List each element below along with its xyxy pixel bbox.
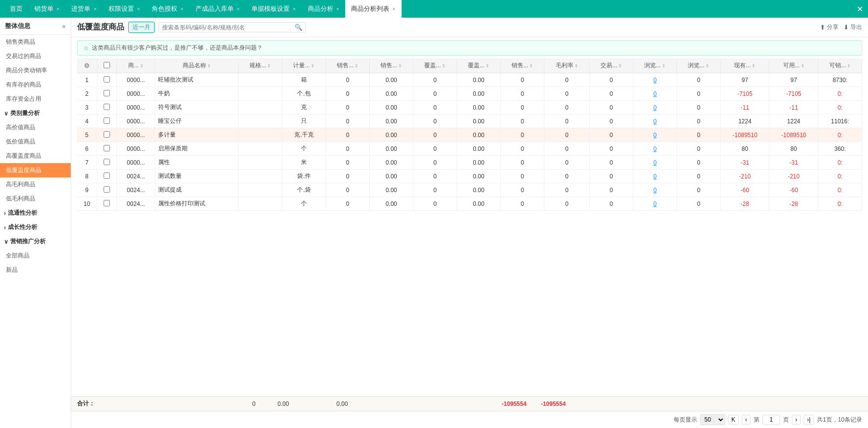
date-filter-button[interactable]: 近一月 (128, 22, 155, 33)
row-checkbox[interactable] (97, 73, 117, 87)
sidebar-section-marketing[interactable]: ∨ 营销推广分析 (0, 234, 71, 249)
row-checkbox[interactable] (97, 142, 117, 156)
row-checkbox[interactable] (97, 101, 117, 114)
row-checkbox[interactable] (97, 87, 117, 101)
close-icon[interactable]: × (237, 6, 240, 12)
row-checkbox[interactable] (97, 170, 117, 183)
row-browse1[interactable]: 0 (633, 142, 677, 156)
row-select-checkbox[interactable] (104, 131, 110, 138)
row-checkbox[interactable] (97, 114, 117, 128)
close-icon[interactable]: × (180, 6, 183, 12)
sidebar-item-low-value[interactable]: 低价值商品 (0, 135, 71, 149)
sidebar-item-sales-goods[interactable]: 销售类商品 (0, 35, 71, 49)
close-icon[interactable]: × (293, 6, 296, 12)
column-unit[interactable]: 计量...⇕ (282, 58, 326, 73)
nav-tab-analysis-list[interactable]: 商品分析列表 × (345, 0, 401, 18)
column-sales1[interactable]: 销售...⇕ (326, 58, 370, 73)
column-cover2[interactable]: 覆盖...⇕ (457, 58, 501, 73)
row-browse1[interactable]: 0 (633, 114, 677, 128)
row-browse1[interactable]: 0 (633, 156, 677, 170)
close-icon[interactable]: × (137, 6, 140, 12)
column-trade[interactable]: 交易...⇕ (590, 58, 633, 73)
row-browse1[interactable]: 0 (633, 73, 677, 87)
nav-tab-products-in[interactable]: 产成品入库单 × (190, 0, 245, 18)
sidebar-item-traded-goods[interactable]: 交易过的商品 (0, 49, 71, 63)
column-settings[interactable]: ⚙ (77, 58, 97, 73)
row-checkbox[interactable] (97, 156, 117, 170)
row-browse1[interactable]: 0 (633, 128, 677, 142)
column-sales2[interactable]: 销售...⇕ (370, 58, 413, 73)
column-browse2[interactable]: 浏览...⇕ (677, 58, 721, 73)
column-available[interactable]: 可用...⇕ (769, 58, 818, 73)
column-code[interactable]: 商...⇕ (117, 58, 155, 73)
column-current[interactable]: 现有...⇕ (721, 58, 769, 73)
page-size-select[interactable]: 50 20 100 200 (700, 414, 725, 425)
row-select-checkbox[interactable] (104, 172, 110, 179)
search-input[interactable] (162, 24, 293, 31)
row-select-checkbox[interactable] (104, 117, 110, 124)
row-browse1[interactable]: 0 (633, 87, 677, 101)
nav-tab-purchase[interactable]: 进货单 × (65, 0, 102, 18)
row-select-checkbox[interactable] (104, 159, 110, 165)
first-page-button[interactable]: K (728, 415, 739, 425)
column-checkbox[interactable] (97, 58, 117, 73)
search-icon[interactable]: 🔍 (295, 24, 302, 31)
row-browse1[interactable]: 0 (633, 170, 677, 183)
row-select-checkbox[interactable] (104, 76, 110, 83)
close-icon[interactable]: × (56, 6, 59, 12)
column-saleable[interactable]: 可销...⇕ (818, 58, 862, 73)
window-close-button[interactable]: ✕ (857, 4, 863, 14)
row-code: 0024... (117, 170, 155, 183)
sidebar-item-high-value[interactable]: 高价值商品 (0, 120, 71, 135)
column-cover1[interactable]: 覆盖...⇕ (413, 58, 457, 73)
sidebar-collapse-button[interactable]: « (62, 22, 66, 30)
select-all-checkbox[interactable] (104, 62, 110, 68)
row-select-checkbox[interactable] (104, 186, 110, 193)
sidebar-item-low-coverage[interactable]: 低覆盖度商品 (0, 163, 71, 177)
column-browse1[interactable]: 浏览...⇕ (633, 58, 677, 73)
sidebar-item-high-margin[interactable]: 高毛利商品 (0, 177, 71, 192)
share-button[interactable]: ⬆ 分享 (820, 23, 839, 31)
nav-tab-sales[interactable]: 销货单 × (28, 0, 65, 18)
prev-page-button[interactable]: ‹ (742, 415, 751, 425)
nav-tab-analysis[interactable]: 商品分析 × (302, 0, 345, 18)
nav-tab-permissions[interactable]: 权限设置 × (103, 0, 146, 18)
sidebar-section-circulation[interactable]: › 流通性分析 (0, 206, 71, 220)
table-row: 6 0000... 启用保质期 个 0 0.00 0 0.00 0 0 0 0 … (77, 142, 862, 156)
row-checkbox[interactable] (97, 183, 117, 197)
row-select-checkbox[interactable] (104, 200, 110, 206)
close-icon[interactable]: × (336, 6, 339, 12)
column-spec[interactable]: 规格...⇕ (239, 58, 282, 73)
nav-tab-templates[interactable]: 单据模板设置 × (245, 0, 301, 18)
sidebar-item-low-margin[interactable]: 低毛利商品 (0, 192, 71, 206)
column-sales3[interactable]: 销售...⇕ (501, 58, 544, 73)
row-browse1[interactable]: 0 (633, 183, 677, 197)
sidebar-item-high-coverage[interactable]: 高覆盖度商品 (0, 149, 71, 163)
row-checkbox[interactable] (97, 197, 117, 211)
sidebar-item-all-goods[interactable]: 全部商品 (0, 249, 71, 263)
sidebar-item-stock-capital[interactable]: 库存资金占用 (0, 92, 71, 106)
next-page-button[interactable]: › (792, 415, 801, 425)
close-icon[interactable]: × (93, 6, 96, 12)
export-button[interactable]: ⬇ 导出 (843, 23, 862, 31)
sidebar-item-category-rate[interactable]: 商品分类动销率 (0, 63, 71, 78)
row-select-checkbox[interactable] (104, 90, 110, 96)
row-trade: 0 (590, 114, 633, 128)
sidebar-section-category[interactable]: ∨ 类别量分析 (0, 106, 71, 120)
nav-tab-home[interactable]: 首页 (4, 0, 28, 18)
row-select-checkbox[interactable] (104, 145, 110, 151)
row-checkbox[interactable] (97, 128, 117, 142)
page-number-input[interactable] (762, 415, 780, 425)
last-page-button[interactable]: ›| (804, 415, 814, 425)
nav-tab-roles[interactable]: 角色授权 × (146, 0, 189, 18)
row-browse1[interactable]: 0 (633, 101, 677, 114)
column-name[interactable]: 商品名称⇕ (155, 58, 239, 73)
column-margin[interactable]: 毛利率⇕ (544, 58, 590, 73)
row-browse1[interactable]: 0 (633, 197, 677, 211)
close-icon[interactable]: × (392, 6, 395, 12)
settings-icon[interactable]: ⚙ (84, 62, 90, 69)
sidebar-section-growth[interactable]: › 成长性分析 (0, 220, 71, 234)
sidebar-item-new-goods[interactable]: 新品 (0, 263, 71, 277)
sidebar-item-stocked-goods[interactable]: 有库存的商品 (0, 78, 71, 92)
row-select-checkbox[interactable] (104, 104, 110, 110)
